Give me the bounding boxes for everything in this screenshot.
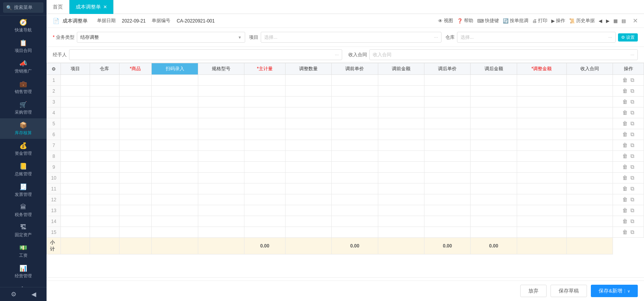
cell-before-amount[interactable] (378, 86, 424, 97)
settings-icon[interactable]: ⚙ (11, 291, 16, 298)
cell-income-contract[interactable] (566, 86, 613, 97)
copy-row-icon[interactable]: ⧉ (630, 207, 634, 213)
cell-adjust-qty[interactable] (285, 86, 331, 97)
cell-scan[interactable] (152, 129, 198, 140)
cell-adjust-amount[interactable] (517, 173, 566, 183)
cell-unit[interactable] (244, 107, 286, 118)
cell-goods[interactable] (119, 97, 152, 107)
copy-row-icon[interactable]: ⧉ (630, 164, 634, 170)
cell-before-amount[interactable] (378, 97, 424, 107)
cell-adjust-amount[interactable] (517, 227, 566, 238)
cell-unit[interactable] (244, 151, 286, 162)
cell-before-amount[interactable] (378, 107, 424, 118)
cell-spec[interactable] (198, 173, 244, 183)
cell-adjust-amount[interactable] (517, 129, 566, 140)
cell-before-amount[interactable] (378, 227, 424, 238)
cell-unit[interactable] (244, 183, 286, 194)
cell-after-amount[interactable] (471, 216, 517, 227)
cell-before-amount[interactable] (378, 151, 424, 162)
copy-row-icon[interactable]: ⧉ (630, 88, 634, 94)
history-action[interactable]: 📜 历史单据 (569, 17, 595, 24)
cell-warehouse[interactable] (90, 194, 119, 205)
cell-scan[interactable] (152, 194, 198, 205)
tab-close-icon[interactable]: ✕ (103, 4, 107, 10)
sidebar-item-purchase-mgmt[interactable]: 🛒采购管理 (0, 98, 47, 118)
delete-row-icon[interactable]: 🗑 (622, 77, 628, 83)
cell-scan[interactable] (152, 107, 198, 118)
copy-row-icon[interactable]: ⧉ (630, 131, 634, 137)
cell-before-unit-price[interactable] (332, 173, 378, 183)
cell-warehouse[interactable] (90, 75, 119, 86)
layout-icon2[interactable]: ▤ (621, 18, 626, 24)
copy-row-icon[interactable]: ⧉ (630, 120, 634, 126)
cell-income-contract[interactable] (566, 151, 613, 162)
cell-project[interactable] (61, 205, 90, 216)
copy-row-icon[interactable]: ⧉ (630, 175, 634, 181)
cell-unit[interactable] (244, 129, 286, 140)
view-action[interactable]: 👁 视图 (438, 17, 453, 24)
delete-row-icon[interactable]: 🗑 (622, 175, 628, 181)
sidebar-item-payroll[interactable]: 💵工资 (0, 241, 47, 261)
project-input[interactable]: 选择... ··· (261, 32, 441, 43)
cell-unit[interactable] (244, 75, 286, 86)
cell-unit[interactable] (244, 140, 286, 151)
cell-warehouse[interactable] (90, 129, 119, 140)
cell-before-amount[interactable] (378, 162, 424, 173)
copy-row-icon[interactable]: ⧉ (630, 229, 634, 235)
cell-spec[interactable] (198, 227, 244, 238)
cell-before-unit-price[interactable] (332, 97, 378, 107)
cell-adjust-amount[interactable] (517, 97, 566, 107)
cell-adjust-qty[interactable] (285, 118, 331, 129)
nav-next-icon[interactable]: ▶ (606, 18, 609, 24)
cell-before-unit-price[interactable] (332, 140, 378, 151)
cell-adjust-qty[interactable] (285, 183, 331, 194)
copy-row-icon[interactable]: ⧉ (630, 109, 634, 116)
cell-adjust-amount[interactable] (517, 75, 566, 86)
cell-adjust-qty[interactable] (285, 107, 331, 118)
cell-project[interactable] (61, 216, 90, 227)
cell-after-unit-price[interactable] (424, 194, 470, 205)
cell-scan[interactable] (152, 205, 198, 216)
cell-project[interactable] (61, 86, 90, 97)
cell-warehouse[interactable] (90, 97, 119, 107)
cell-before-amount[interactable] (378, 205, 424, 216)
cell-before-unit-price[interactable] (332, 227, 378, 238)
cell-adjust-qty[interactable] (285, 140, 331, 151)
cell-after-amount[interactable] (471, 97, 517, 107)
cell-goods[interactable] (119, 205, 152, 216)
cell-after-unit-price[interactable] (424, 86, 470, 97)
cell-before-unit-price[interactable] (332, 162, 378, 173)
cell-goods[interactable] (119, 140, 152, 151)
cell-adjust-amount[interactable] (517, 107, 566, 118)
col-scan-input[interactable]: 扫码录入 (152, 63, 198, 75)
cell-unit[interactable] (244, 162, 286, 173)
delete-row-icon[interactable]: 🗑 (622, 88, 628, 94)
cell-income-contract[interactable] (566, 97, 613, 107)
cell-after-unit-price[interactable] (424, 227, 470, 238)
cell-scan[interactable] (152, 216, 198, 227)
cell-goods[interactable] (119, 107, 152, 118)
cell-goods[interactable] (119, 216, 152, 227)
cell-adjust-qty[interactable] (285, 173, 331, 183)
print-action[interactable]: 🖨 打印 (532, 17, 547, 24)
cell-before-unit-price[interactable] (332, 118, 378, 129)
sidebar-item-fixed-assets[interactable]: 🏗固定资产 (0, 221, 47, 241)
delete-row-icon[interactable]: 🗑 (622, 153, 628, 159)
cell-scan[interactable] (152, 140, 198, 151)
cell-spec[interactable] (198, 183, 244, 194)
cell-scan[interactable] (152, 75, 198, 86)
cell-spec[interactable] (198, 107, 244, 118)
col-settings[interactable]: ⚙ (47, 63, 61, 75)
cell-income-contract[interactable] (566, 129, 613, 140)
cell-after-amount[interactable] (471, 194, 517, 205)
cell-project[interactable] (61, 129, 90, 140)
sidebar-item-ledger-mgmt[interactable]: 📒总账管理 (0, 159, 47, 180)
cell-after-unit-price[interactable] (424, 162, 470, 173)
cell-adjust-qty[interactable] (285, 75, 331, 86)
cell-after-unit-price[interactable] (424, 183, 470, 194)
cell-project[interactable] (61, 118, 90, 129)
cell-income-contract[interactable] (566, 173, 613, 183)
cell-spec[interactable] (198, 118, 244, 129)
copy-row-icon[interactable]: ⧉ (630, 196, 634, 202)
cell-warehouse[interactable] (90, 151, 119, 162)
